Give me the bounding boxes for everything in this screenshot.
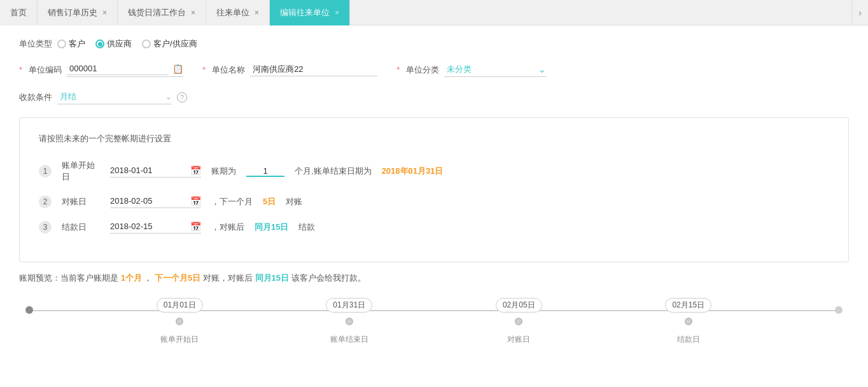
timeline-node-3-badge: 02月05日: [496, 298, 542, 313]
period-desc-1-suffix: 个月,账单结束日期为: [295, 165, 372, 177]
radio-supplier[interactable]: 供应商: [95, 38, 132, 50]
timeline-nodes: 01月01日 账单开始日 01月31日 账单结束日 02月05日 对账日 02月…: [25, 299, 843, 345]
unit-name-input[interactable]: [250, 64, 377, 76]
reconcile-date-calendar-icon[interactable]: 📅: [190, 196, 201, 206]
radio-customer[interactable]: 客户: [57, 38, 85, 50]
timeline-node-3: 02月05日 对账日: [496, 299, 542, 345]
preview-end: 该客户会给我打款。: [291, 273, 366, 283]
months-input[interactable]: [246, 166, 284, 177]
period-label-1: 账单开始日: [62, 160, 100, 183]
period-label-3: 结款日: [62, 222, 100, 233]
payment-terms-select[interactable]: 月结 ⌄: [57, 90, 172, 104]
unit-type-radios: 客户 供应商 客户/供应商: [57, 38, 197, 50]
reconcile-date-input[interactable]: [110, 196, 186, 206]
timeline-end-section: [835, 299, 843, 314]
unit-type-row: 单位类型 客户 供应商 客户/供应商: [19, 38, 849, 50]
timeline-node-1-label: 账单开始日: [160, 334, 199, 345]
unit-name-star: *: [202, 65, 206, 74]
timeline-section: 01月01日 账单开始日 01月31日 账单结束日 02月05日 对账日 02月…: [25, 299, 843, 345]
unit-name-label: 单位名称: [212, 64, 245, 76]
unit-code-copy-icon[interactable]: 📋: [172, 64, 183, 74]
preview-section: 账期预览：当前客户账期是 1个月 ， 下一个月5日 对账，对账后 同月15日 该…: [19, 272, 849, 284]
tab-cash-work-close[interactable]: ×: [191, 8, 195, 17]
tab-sales-history-label: 销售订单历史: [48, 7, 97, 18]
tab-cash-work-label: 钱货日清工作台: [128, 7, 186, 18]
unit-category-select[interactable]: 未分类 ⌄: [444, 62, 546, 77]
preview-next-day: 下一个月5日: [155, 273, 200, 283]
period-label-2: 对账日: [62, 196, 100, 208]
period-row-1: 1 账单开始日 📅 账期为 个月,账单结束日期为 2018年01月31日: [39, 160, 829, 183]
period-num-3: 3: [39, 221, 52, 234]
tab-cash-work[interactable]: 钱货日清工作台 ×: [118, 0, 206, 25]
payment-terms-group: 收款条件 月结 ⌄ ?: [19, 90, 187, 104]
timeline-node-1-badge: 01月01日: [157, 298, 203, 313]
unit-category-label: 单位分类: [406, 64, 439, 76]
payment-help-icon[interactable]: ?: [177, 92, 187, 102]
timeline-node-2-label: 账单结束日: [330, 334, 368, 345]
unit-type-label: 单位类型: [19, 38, 52, 50]
radio-both[interactable]: 客户/供应商: [142, 38, 197, 50]
tab-home[interactable]: 首页: [0, 0, 38, 25]
radio-supplier-dot: [98, 42, 102, 46]
unit-code-star: *: [19, 65, 22, 74]
radio-customer-label: 客户: [69, 38, 85, 50]
preview-comma: ，: [144, 273, 152, 283]
tab-edit-partner[interactable]: 编辑往来单位 ×: [270, 0, 350, 25]
period-row-2: 2 对账日 📅 ，下一个月 5日 对账: [39, 195, 829, 208]
payment-day-highlight: 同月15日: [255, 222, 288, 233]
timeline-node-2: 01月31日 账单结束日: [326, 299, 372, 345]
timeline-node-1: 01月01日 账单开始日: [157, 299, 203, 345]
tab-sales-history-close[interactable]: ×: [102, 8, 107, 17]
preview-pay-day: 同月15日: [255, 273, 289, 283]
radio-supplier-label: 供应商: [107, 38, 132, 50]
timeline-node-4-label: 结款日: [677, 334, 700, 345]
payment-terms-arrow: ⌄: [165, 92, 172, 101]
unit-info-row: * 单位编码 📋 * 单位名称 * 单位分类 未分类 ⌄: [19, 62, 849, 77]
tab-home-label: 首页: [10, 7, 27, 18]
unit-category-value: 未分类: [444, 62, 538, 76]
period-settings-card: 请按照未来的一个完整帐期进行设置 1 账单开始日 📅 账期为 个月,账单结束日期…: [19, 117, 849, 262]
tab-partners[interactable]: 往来单位 ×: [206, 0, 270, 25]
unit-type-group: 单位类型 客户 供应商 客户/供应商: [19, 38, 197, 50]
period-desc-3-end: 结款: [298, 222, 315, 233]
timeline-node-2-badge: 01月31日: [326, 298, 372, 313]
payment-terms-value: 月结: [57, 90, 165, 104]
payment-date-input[interactable]: [110, 222, 186, 231]
main-content: 单位类型 客户 供应商 客户/供应商: [0, 25, 868, 387]
timeline-node-1-dot: [176, 318, 183, 325]
period-desc-3-plain: ，对账后: [211, 222, 244, 233]
tab-partners-close[interactable]: ×: [255, 8, 259, 17]
tab-edit-partner-close[interactable]: ×: [335, 8, 339, 17]
unit-code-input[interactable]: [67, 62, 169, 75]
payment-date-wrap: 📅: [110, 222, 201, 234]
period-num-2: 2: [39, 195, 52, 208]
start-date-input[interactable]: [110, 165, 186, 175]
tab-edit-partner-label: 编辑往来单位: [280, 7, 330, 18]
timeline-node-3-dot: [515, 318, 522, 325]
period-row-3: 3 结款日 📅 ，对账后 同月15日 结款: [39, 221, 829, 234]
unit-category-star: *: [396, 65, 400, 74]
timeline-start-dot: [25, 306, 33, 314]
reconcile-date-wrap: 📅: [110, 196, 201, 208]
payment-date-calendar-icon[interactable]: 📅: [190, 222, 201, 232]
timeline-node-2-dot: [346, 318, 353, 325]
reconcile-day-highlight: 5日: [263, 196, 276, 208]
period-desc-1-pre: 账期为: [211, 165, 236, 177]
card-title: 请按照未来的一个完整帐期进行设置: [39, 133, 829, 144]
start-date-calendar-icon[interactable]: 📅: [190, 165, 201, 176]
tabs-bar: 首页 销售订单历史 × 钱货日清工作台 × 往来单位 × 编辑往来单位 × ›: [0, 0, 868, 25]
preview-reconcile: 对账，对账后: [203, 273, 253, 283]
timeline-end-dot: [835, 306, 843, 314]
timeline-node-3-label: 对账日: [507, 334, 530, 345]
tab-sales-history[interactable]: 销售订单历史 ×: [38, 0, 118, 25]
start-date-wrap: 📅: [110, 165, 201, 178]
payment-terms-row: 收款条件 月结 ⌄ ?: [19, 90, 849, 104]
tab-partners-label: 往来单位: [216, 7, 249, 18]
timeline-node-4-badge: 02月15日: [665, 298, 711, 313]
radio-customer-circle: [57, 39, 66, 48]
preview-months: 1个月: [121, 273, 142, 283]
period-desc-2-end: 对账: [286, 196, 302, 208]
tabs-scroll-arrow[interactable]: ›: [851, 0, 868, 25]
period-num-1: 1: [39, 165, 52, 178]
unit-code-input-wrap: 📋: [67, 62, 183, 77]
